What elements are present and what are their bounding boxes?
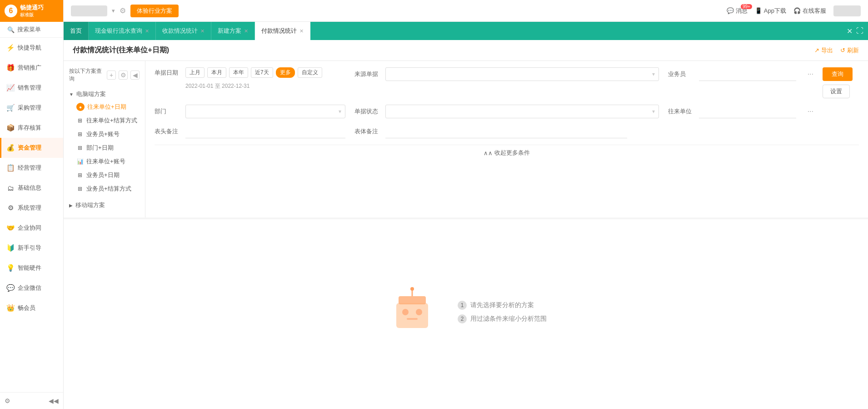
new-scheme-close-icon[interactable]: ✕: [244, 28, 248, 34]
filter-settings-btn[interactable]: 设置: [823, 85, 850, 98]
source-doc-field: 来源单据 ▾: [354, 67, 659, 81]
mobile-section: ▶ 移动端方案: [64, 197, 145, 213]
custom-date-btn[interactable]: 自定义: [298, 67, 322, 78]
dept-field: 部门 ▾: [155, 105, 345, 118]
scheme-item-unit-settle[interactable]: ⊞ 往来单位+结算方式: [64, 114, 145, 127]
scheme-item-staff-account[interactable]: ⊞ 业务员+账号: [64, 127, 145, 141]
body-remark-input[interactable]: [385, 125, 627, 138]
svg-rect-0: [396, 303, 428, 328]
scheme-item-dept-date[interactable]: ⊞ 部门+日期: [64, 141, 145, 155]
sidebar-collapse-btn[interactable]: ◀◀: [49, 397, 59, 404]
mobile-section-header[interactable]: ▶ 移动端方案: [64, 199, 145, 211]
add-scheme-btn[interactable]: +: [107, 71, 116, 80]
tab-cash-flow[interactable]: 现金银行流水查询 ✕: [89, 22, 156, 40]
logo-icon: 6: [5, 5, 17, 17]
trial-btn[interactable]: 体验行业方案: [130, 5, 179, 17]
sidebar-item-guide[interactable]: 🔰 新手引导: [0, 238, 63, 258]
collapse-bar[interactable]: ∧∧ 收起更多条件: [155, 145, 859, 161]
message-badge: 99+: [741, 4, 752, 9]
table-icon-1: ⊞: [76, 117, 84, 124]
message-btn[interactable]: 💬 消息 99+: [727, 7, 748, 15]
sidebar-item-collab[interactable]: 🤝 企业协同: [0, 218, 63, 238]
sidebar-item-quick-nav[interactable]: ⚡ 快捷导航: [0, 38, 63, 58]
desktop-section: ▼ 电脑端方案 ● 往来单位+日期 ⊞ 往来单位+结算方式: [64, 86, 145, 197]
scheme-item-staff-settle[interactable]: ⊞ 业务员+结算方式: [64, 182, 145, 196]
export-btn[interactable]: ↗ 导出: [814, 46, 833, 55]
sidebar-item-inventory[interactable]: 📦 库存核算: [0, 118, 63, 138]
sidebar-item-marketing[interactable]: 🎁 营销推广: [0, 58, 63, 78]
inventory-icon: 📦: [6, 123, 15, 132]
this-month-btn[interactable]: 本月: [207, 67, 226, 78]
tab-new-scheme[interactable]: 新建方案 ✕: [211, 22, 255, 40]
online-service-btn[interactable]: 🎧 在线客服: [793, 7, 826, 15]
sidebar-settings-btn[interactable]: ⚙: [5, 397, 10, 404]
purchase-icon: 🛒: [6, 103, 15, 112]
search-menu[interactable]: 🔍 搜索菜单: [0, 22, 63, 38]
doc-status-select[interactable]: ▾: [385, 105, 659, 118]
filter-area: 单据日期 上月 本月 本年 近7天 更多 自定义 2022-01-01 至 20…: [145, 61, 868, 217]
basic-icon: 🗂: [6, 183, 15, 192]
tab-income-stats[interactable]: 收款情况统计 ✕: [156, 22, 211, 40]
source-select[interactable]: ▾: [385, 67, 659, 81]
scheme-item-unit-account[interactable]: 📊 往来单位+账号: [64, 155, 145, 168]
message-icon: 💬: [727, 7, 734, 14]
income-stats-tab-label: 收款情况统计: [162, 27, 198, 35]
sidebar-item-system[interactable]: ⚙ 系统管理: [0, 198, 63, 218]
income-stats-close-icon[interactable]: ✕: [200, 28, 205, 34]
last-7-days-btn[interactable]: 近7天: [251, 67, 273, 78]
company-selector[interactable]: [71, 5, 107, 16]
this-year-btn[interactable]: 本年: [229, 67, 248, 78]
cash-flow-close-icon[interactable]: ✕: [145, 28, 149, 34]
sidebar-item-member[interactable]: 👑 畅会员: [0, 298, 63, 318]
staff-dots-btn[interactable]: ···: [800, 70, 813, 78]
staff-input[interactable]: [699, 67, 796, 81]
refresh-btn[interactable]: ↺ 刷新: [840, 46, 859, 55]
tab-home[interactable]: 首页: [64, 22, 89, 40]
sidebar-item-hardware[interactable]: 💡 智能硬件: [0, 258, 63, 278]
desktop-section-label: 电脑端方案: [76, 90, 106, 98]
sidebar-item-wechat[interactable]: 💬 企业微信: [0, 278, 63, 298]
header-remark-field: 表头备注: [155, 125, 345, 138]
cash-flow-tab-label: 现金银行流水查询: [95, 27, 142, 35]
scheme-panel-header: 按以下方案查询 + ⚙ ◀: [64, 66, 145, 86]
refresh-icon: ↺: [840, 47, 845, 54]
svg-rect-1: [399, 296, 426, 304]
fullscreen-icon[interactable]: ⛶: [856, 27, 863, 35]
page-title: 付款情况统计(往来单位+日期): [73, 45, 169, 55]
collapse-conditions-btn[interactable]: ∧∧ 收起更多条件: [484, 149, 530, 157]
scheme-item-staff-date[interactable]: ⊞ 业务员+日期: [64, 168, 145, 182]
marketing-icon: 🎁: [6, 63, 15, 72]
sidebar-nav: ⚡ 快捷导航 🎁 营销推广 📈 销售管理 🛒 采购管理 📦 库存核算 💰 资金管…: [0, 38, 63, 392]
scheme-settings-btn[interactable]: ⚙: [119, 71, 128, 80]
svg-point-2: [402, 309, 409, 315]
payment-stats-close-icon[interactable]: ✕: [299, 28, 304, 34]
robot-svg: [385, 287, 439, 333]
empty-illustration: [385, 287, 439, 333]
more-dates-btn[interactable]: 更多: [276, 67, 295, 78]
partner-dots-btn[interactable]: ···: [800, 107, 813, 116]
sidebar-item-purchase[interactable]: 🛒 采购管理: [0, 98, 63, 118]
doc-status-label: 单据状态: [354, 107, 382, 116]
header-remark-input[interactable]: [185, 125, 345, 138]
scheme-collapse-btn[interactable]: ◀: [130, 71, 140, 80]
close-tab-icon[interactable]: ✕: [847, 27, 853, 35]
dept-select[interactable]: ▾: [185, 105, 345, 118]
last-month-btn[interactable]: 上月: [185, 67, 205, 78]
company-chevron-icon[interactable]: ▾: [112, 7, 115, 14]
app-download-btn[interactable]: 📱 App下载: [755, 7, 786, 15]
desktop-section-header[interactable]: ▼ 电脑端方案: [64, 88, 145, 100]
partner-input[interactable]: [699, 105, 796, 118]
partner-field: 往来单位 ···: [668, 105, 813, 118]
sidebar-item-finance[interactable]: 💰 资金管理: [0, 138, 63, 158]
tab-payment-stats[interactable]: 付款情况统计 ✕: [255, 22, 310, 40]
guide-icon: 🔰: [6, 243, 15, 252]
user-avatar[interactable]: [833, 5, 861, 16]
sidebar-item-basic[interactable]: 🗂 基础信息: [0, 178, 63, 198]
sidebar-item-sales[interactable]: 📈 销售管理: [0, 78, 63, 98]
sidebar-item-operations[interactable]: 📋 经营管理: [0, 158, 63, 178]
scheme-item-unit-date[interactable]: ● 往来单位+日期: [64, 100, 145, 114]
tip-num-2: 2: [458, 314, 467, 323]
home-tab-label: 首页: [70, 27, 82, 35]
topbar-gear-icon[interactable]: ⚙: [120, 6, 126, 15]
query-btn[interactable]: 查询: [823, 67, 853, 81]
